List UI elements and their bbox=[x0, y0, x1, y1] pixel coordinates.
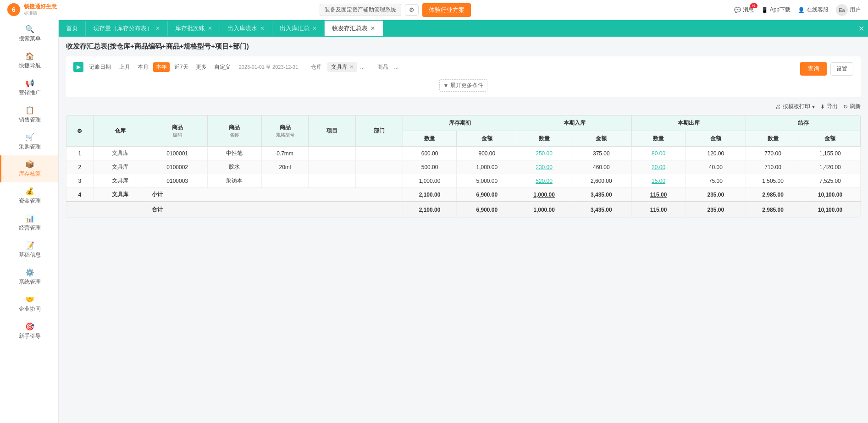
tab-inout-flow-label: 出入库流水 bbox=[227, 24, 257, 33]
sidebar-item-marketing[interactable]: 📢 营销推广 bbox=[0, 74, 58, 101]
table-settings-icon[interactable]: ⚙ bbox=[77, 128, 82, 134]
tab-recv-send-summary[interactable]: 收发存汇总表 ✕ bbox=[325, 21, 383, 36]
tab-batch-account[interactable]: 库存批次账 ✕ bbox=[168, 21, 220, 36]
settings-button[interactable]: 设置 bbox=[830, 62, 853, 76]
total-label-cell bbox=[66, 202, 147, 218]
date-btn-custom[interactable]: 自定义 bbox=[211, 62, 233, 72]
tab-inout-flow-close[interactable]: ✕ bbox=[260, 25, 265, 32]
tab-inventory-dist-close[interactable]: ✕ bbox=[155, 25, 160, 32]
action-buttons: 查询 设置 bbox=[800, 62, 853, 76]
sidebar-item-inventory[interactable]: 📦 库存核算 bbox=[0, 155, 58, 182]
content-area: 首页 现存量（库存分布表） ✕ 库存批次账 ✕ 出入库流水 ✕ 出入库汇总 ✕ … bbox=[59, 20, 868, 423]
th-out-amt-label: 金额 bbox=[710, 135, 721, 142]
cell-name: 采访本 bbox=[208, 174, 261, 188]
th-goods-code: 商品 编码 bbox=[147, 115, 208, 147]
tab-inout-flow[interactable]: 出入库流水 ✕ bbox=[220, 21, 272, 36]
th-dept-label: 部门 bbox=[374, 127, 385, 134]
sidebar-item-basic[interactable]: 📝 基础信息 bbox=[0, 236, 58, 264]
sidebar-item-operation[interactable]: 📊 经营管理 bbox=[0, 209, 58, 236]
gear-button[interactable]: ⚙ bbox=[405, 4, 419, 16]
goods-more-btn[interactable]: ... bbox=[394, 64, 398, 70]
sidebar-label-marketing: 营销推广 bbox=[19, 89, 41, 97]
cell-out-qty[interactable]: 20.00 bbox=[631, 160, 685, 174]
cell-in-qty[interactable]: 230.00 bbox=[517, 160, 571, 174]
table-body: 1 文具库 0100001 中性笔 0.7mm 600.00 900.00 25… bbox=[66, 147, 861, 202]
cell-out-amt: 120.00 bbox=[686, 147, 746, 160]
search-icon: 🔍 bbox=[25, 25, 34, 33]
sidebar-item-quicknav[interactable]: 🏠 快捷导航 bbox=[0, 47, 58, 74]
tab-home-label: 首页 bbox=[66, 24, 78, 33]
cell-out-amt: 40.00 bbox=[686, 160, 746, 174]
filter-card: ▶ 记账日期 上月 本月 本年 近7天 更多 自定义 2023-01-01 至 … bbox=[66, 56, 861, 97]
export-button[interactable]: ⬇ 导出 bbox=[820, 103, 838, 110]
system-dropdown[interactable]: 装备及固定资产辅助管理系统 bbox=[320, 4, 401, 16]
home-icon: 🏠 bbox=[25, 52, 34, 60]
cell-out-qty[interactable]: 15.00 bbox=[631, 174, 685, 188]
tab-inventory-dist-label: 现存量（库存分布表） bbox=[93, 24, 153, 33]
subtotal-out-amt: 235.00 bbox=[686, 188, 746, 202]
cell-dept bbox=[356, 147, 403, 160]
cell-in-qty[interactable]: 250.00 bbox=[517, 147, 571, 160]
assets-icon: 💰 bbox=[25, 187, 34, 196]
refresh-button[interactable]: ↻ 刷新 bbox=[843, 103, 861, 110]
th-in-qty: 数量 bbox=[517, 131, 571, 147]
th-goods-spec: 商品 规格型号 bbox=[261, 115, 309, 147]
sidebar-item-purchase[interactable]: 🛒 采购管理 bbox=[0, 128, 58, 155]
date-btn-this-month[interactable]: 本月 bbox=[135, 62, 151, 72]
cell-in-qty[interactable]: 520.00 bbox=[517, 174, 571, 188]
th-goods-name-label: 商品 bbox=[229, 124, 240, 131]
trial-button[interactable]: 体验行业方案 bbox=[422, 3, 471, 17]
sidebar-item-system[interactable]: ⚙️ 系统管理 bbox=[0, 264, 58, 291]
expand-more-conditions-button[interactable]: ▼ 展开更多条件 bbox=[439, 79, 488, 92]
cell-out-qty[interactable]: 80.00 bbox=[631, 147, 685, 160]
tab-batch-account-close[interactable]: ✕ bbox=[208, 25, 212, 32]
tab-recv-send-summary-close[interactable]: ✕ bbox=[370, 25, 375, 32]
template-print-button[interactable]: 🖨 按模板打印 ▾ bbox=[775, 103, 815, 110]
service-icon: 👤 bbox=[798, 7, 805, 13]
sidebar-item-search[interactable]: 🔍 搜索菜单 bbox=[0, 20, 58, 47]
cell-in-amt: 2,600.00 bbox=[571, 174, 631, 188]
total-label: 合计 bbox=[147, 202, 403, 218]
message-badge: 6 bbox=[750, 3, 757, 8]
app-download-item[interactable]: 📱 App下载 bbox=[761, 6, 791, 14]
sidebar-item-guide[interactable]: 🎯 新手引导 bbox=[0, 318, 58, 345]
cell-spec: 20ml bbox=[261, 160, 309, 174]
top-header: 6 畅捷通好生意 标准版 装备及固定资产辅助管理系统 ⚙ 体验行业方案 💬 消息… bbox=[0, 0, 868, 20]
tab-inout-summary-close[interactable]: ✕ bbox=[312, 25, 317, 32]
tab-home[interactable]: 首页 bbox=[59, 21, 86, 36]
sidebar-label-search: 搜索菜单 bbox=[19, 35, 41, 43]
filter-collapse-button[interactable]: ▶ bbox=[73, 62, 83, 72]
logo-text: 畅捷通好生意 bbox=[24, 3, 57, 10]
cell-balance-qty: 710.00 bbox=[746, 160, 800, 174]
sidebar-item-assets[interactable]: 💰 资金管理 bbox=[0, 182, 58, 209]
online-service-item[interactable]: 👤 在线客服 bbox=[798, 6, 829, 14]
sidebar-label-system: 系统管理 bbox=[19, 278, 41, 286]
th-goods-code-sub: 编码 bbox=[173, 132, 182, 137]
subtotal-row: 4 文具库 小计 2,100.00 6,900.00 1,000.00 3,43… bbox=[66, 188, 861, 202]
table-footer: 合计 2,100.00 6,900.00 1,000.00 3,435.00 1… bbox=[66, 202, 861, 218]
user-item[interactable]: Ea 用户 bbox=[836, 4, 861, 16]
th-in-amt: 金额 bbox=[571, 131, 631, 147]
date-btn-this-year[interactable]: 本年 bbox=[153, 62, 170, 72]
cell-dept bbox=[356, 160, 403, 174]
th-goods-spec-label: 商品 bbox=[280, 124, 291, 131]
system-title-area: 装备及固定资产辅助管理系统 ⚙ 体验行业方案 bbox=[320, 3, 471, 17]
sidebar-label-guide: 新手引导 bbox=[19, 332, 41, 340]
subtotal-in-qty: 1,000.00 bbox=[517, 188, 571, 202]
date-btn-last-month[interactable]: 上月 bbox=[116, 62, 133, 72]
warehouse-tag: 文具库 ✕ bbox=[327, 62, 357, 72]
th-in-amt-label: 金额 bbox=[596, 135, 607, 142]
date-btn-more[interactable]: 更多 bbox=[193, 62, 210, 72]
cell-balance-amt: 1,420.00 bbox=[800, 160, 860, 174]
query-button[interactable]: 查询 bbox=[800, 62, 827, 76]
date-btn-7days[interactable]: 近7天 bbox=[171, 62, 191, 72]
tab-inout-summary[interactable]: 出入库汇总 ✕ bbox=[272, 21, 325, 36]
warehouse-more-btn[interactable]: ... bbox=[360, 64, 365, 70]
warehouse-tag-remove[interactable]: ✕ bbox=[349, 64, 354, 70]
message-item[interactable]: 💬 消息 6 bbox=[734, 6, 754, 14]
tab-inventory-dist[interactable]: 现存量（库存分布表） ✕ bbox=[86, 21, 168, 36]
sidebar-item-corp[interactable]: 🤝 企业协同 bbox=[0, 291, 58, 318]
th-settings[interactable]: ⚙ bbox=[66, 115, 94, 147]
sidebar-item-sales[interactable]: 📋 销售管理 bbox=[0, 101, 58, 128]
close-all-tabs-button[interactable]: ✕ bbox=[858, 24, 864, 33]
